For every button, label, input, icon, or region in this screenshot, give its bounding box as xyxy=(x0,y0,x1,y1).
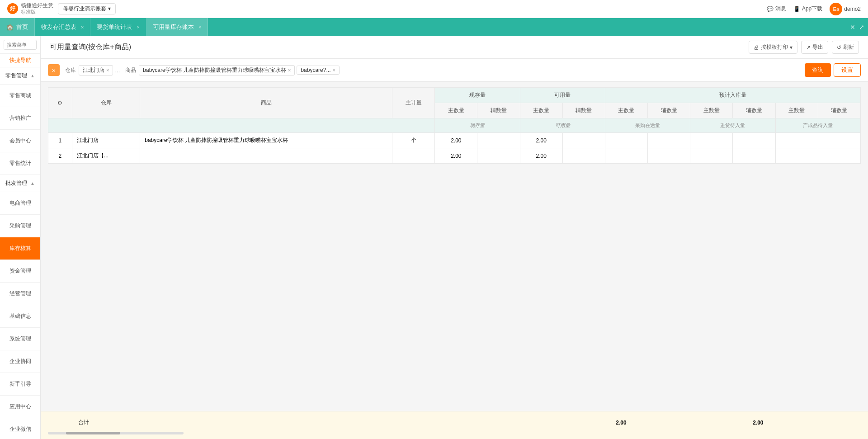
product-tags: babycare学饮杯 儿童防摔防撞吸管杯重力球吸嘴杯宝宝水杯 × babyca… xyxy=(139,65,340,76)
warehouse-tag-remove[interactable]: × xyxy=(106,67,109,73)
expand-button[interactable]: ⤢ xyxy=(859,24,864,31)
logo-text-block: 畅捷通好生意 标准版 xyxy=(21,2,53,15)
sidebar-item-operations[interactable]: 经营管理 xyxy=(0,283,40,305)
warehouse-tag-jiangbei[interactable]: 江北门店 × xyxy=(79,65,113,76)
warehouse-dots[interactable]: ... xyxy=(115,67,120,74)
top-bar-right: 💬 消息 📱 App下载 Ea demo2 xyxy=(767,3,861,15)
cell-index-0: 1 xyxy=(48,133,72,148)
col-product-main-header: 主数量 xyxy=(775,103,818,118)
user-menu[interactable]: Ea demo2 xyxy=(830,3,861,15)
logo-sub: 标准版 xyxy=(21,9,53,15)
col-product-aux-header: 辅数量 xyxy=(818,103,860,118)
scrollbar-thumb[interactable] xyxy=(66,432,120,434)
tab-order-close[interactable]: × xyxy=(137,24,139,30)
sidebar-item-basics[interactable]: 基础信息 xyxy=(0,305,40,328)
sidebar-item-member[interactable]: 会员中心 xyxy=(0,130,40,152)
filter-area: » 仓库 江北门店 × ... 商品 babycare学饮杯 儿童防摔防撞吸管杯… xyxy=(41,59,868,82)
filter-actions: 查询 设置 xyxy=(805,63,861,77)
product-tag-babycare-remove[interactable]: × xyxy=(288,67,291,73)
cell-product-main-0 xyxy=(775,133,818,148)
tab-home[interactable]: 🏠 首页 xyxy=(0,18,35,36)
filter-toggle-button[interactable]: » xyxy=(48,64,60,76)
total-stock-main: 2.00 xyxy=(587,415,655,430)
close-all-button[interactable]: ✕ xyxy=(850,24,855,31)
col-arrived-aux-header: 辅数量 xyxy=(733,103,775,118)
sidebar-item-marketing[interactable]: 营销推广 xyxy=(0,107,40,130)
cell-avail-main-1: 2.00 xyxy=(520,148,562,164)
total-table: 合计 2.00 2.00 xyxy=(48,415,861,430)
cell-purchase-aux-1 xyxy=(648,148,690,164)
sidebar-item-retail-mall[interactable]: 零售商城 xyxy=(0,85,40,107)
cell-avail-main-0: 2.00 xyxy=(520,133,562,148)
tab-inventory-close[interactable]: × xyxy=(198,24,201,30)
sidebar: 快捷导航 零售管理 ▲ 零售商城 营销推广 会员中心 零售统计 批发管理 ▲ 电… xyxy=(0,36,41,439)
cell-avail-aux-1 xyxy=(562,148,605,164)
col-stock-main-header: 主数量 xyxy=(435,103,477,118)
sidebar-item-system[interactable]: 系统管理 xyxy=(0,328,40,350)
tab-order[interactable]: 要货单统计表 × xyxy=(90,18,146,36)
table-row: 2 江北门店【... 2.00 2.00 xyxy=(48,148,861,164)
tab-receive-close[interactable]: × xyxy=(81,24,84,30)
wholesale-expand-icon: ▲ xyxy=(30,181,35,186)
horizontal-scrollbar[interactable] xyxy=(48,432,184,434)
total-row: 合计 2.00 2.00 xyxy=(48,415,861,430)
print-chevron-icon: ▾ xyxy=(790,44,793,51)
chevron-down-icon: ▾ xyxy=(108,5,111,12)
data-table: ⚙ 仓库 商品 主计量 现存量 可用量 预计入库量 主数量 辅数量 主数量 辅数… xyxy=(48,87,861,164)
query-button[interactable]: 查询 xyxy=(805,63,831,77)
printer-icon: 🖨 xyxy=(754,44,759,51)
cell-stock-main-0: 2.00 xyxy=(435,133,477,148)
sidebar-item-ecommerce[interactable]: 电商管理 xyxy=(0,192,40,215)
sidebar-item-newbie[interactable]: 新手引导 xyxy=(0,373,40,396)
sidebar-item-enterprise[interactable]: 企业协同 xyxy=(0,350,40,373)
cell-purchase-main-0 xyxy=(605,133,647,148)
sidebar-item-purchase[interactable]: 采购管理 xyxy=(0,215,40,237)
sidebar-quick-nav[interactable]: 快捷导航 xyxy=(0,54,40,67)
sidebar-item-inventory-mgmt[interactable]: 库存核算 xyxy=(0,237,40,260)
col-settings-header[interactable]: ⚙ xyxy=(48,88,72,118)
cell-product-aux-1 xyxy=(818,148,860,164)
export-button[interactable]: ↗ 导出 xyxy=(801,41,828,54)
app-icon: 📱 xyxy=(793,6,800,12)
total-avail-main: 2.00 xyxy=(724,415,792,430)
message-button[interactable]: 💬 消息 xyxy=(767,5,786,13)
total-empty2 xyxy=(176,415,519,430)
top-bar-left: 好 畅捷通好生意 标准版 母婴行业演示账套 ▾ xyxy=(7,2,116,15)
message-icon: 💬 xyxy=(767,6,774,12)
cell-index-1: 2 xyxy=(48,148,72,164)
product-tag-babycare2-remove[interactable]: × xyxy=(332,67,335,73)
refresh-button[interactable]: ↺ 刷新 xyxy=(832,41,859,54)
print-button[interactable]: 🖨 按模板打印 ▾ xyxy=(749,41,797,54)
tab-receive[interactable]: 收发存汇总表 × xyxy=(35,18,90,36)
sidebar-item-retail-stats[interactable]: 零售统计 xyxy=(0,152,40,175)
logo-icon: 好 xyxy=(7,3,18,14)
col-product-header: 商品 xyxy=(140,88,392,118)
table-container[interactable]: ⚙ 仓库 商品 主计量 现存量 可用量 预计入库量 主数量 辅数量 主数量 辅数… xyxy=(41,82,868,411)
search-input[interactable] xyxy=(4,40,37,50)
scrollbar-area[interactable] xyxy=(48,432,861,435)
nav-tabs: 🏠 首页 收发存汇总表 × 要货单统计表 × 可用量库存账本 × ✕ ⤢ xyxy=(0,18,868,36)
logo-text: 畅捷通好生意 xyxy=(21,2,53,9)
sidebar-item-appstore[interactable]: 应用中心 xyxy=(0,396,40,418)
product-tag-babycare[interactable]: babycare学饮杯 儿童防摔防撞吸管杯重力球吸嘴杯宝宝水杯 × xyxy=(139,65,295,76)
sidebar-item-retail-mgmt[interactable]: 零售管理 ▲ xyxy=(0,67,40,85)
industry-selector[interactable]: 母婴行业演示账套 ▾ xyxy=(58,3,116,14)
cell-product-1 xyxy=(140,148,392,164)
col-purchase-main-header: 主数量 xyxy=(605,103,647,118)
table-footer: 合计 2.00 2.00 xyxy=(41,411,868,439)
col-avail-main-header: 主数量 xyxy=(520,103,562,118)
sidebar-item-wholesale-mgmt[interactable]: 批发管理 ▲ xyxy=(0,175,40,192)
app-download-button[interactable]: 📱 App下载 xyxy=(793,5,822,13)
table-row: 1 江北门店 babycare学饮杯 儿童防摔防撞吸管杯重力球吸嘴杯宝宝水杯 个… xyxy=(48,133,861,148)
col-warehouse-header: 仓库 xyxy=(72,88,140,118)
product-tag-babycare2[interactable]: babycare?... × xyxy=(297,66,339,75)
main-layout: 快捷导航 零售管理 ▲ 零售商城 营销推广 会员中心 零售统计 批发管理 ▲ 电… xyxy=(0,36,868,439)
sidebar-item-wecom[interactable]: 企业微信 xyxy=(0,418,40,439)
top-bar: 好 畅捷通好生意 标准版 母婴行业演示账套 ▾ 💬 消息 📱 App下载 Ea … xyxy=(0,0,868,18)
settings-button[interactable]: 设置 xyxy=(834,63,861,77)
export-icon: ↗ xyxy=(806,44,811,51)
sidebar-item-finance[interactable]: 资金管理 xyxy=(0,260,40,283)
tab-inventory[interactable]: 可用量库存账本 × xyxy=(146,18,208,36)
total-avail-aux xyxy=(793,415,861,430)
cell-arrived-main-0 xyxy=(690,133,733,148)
